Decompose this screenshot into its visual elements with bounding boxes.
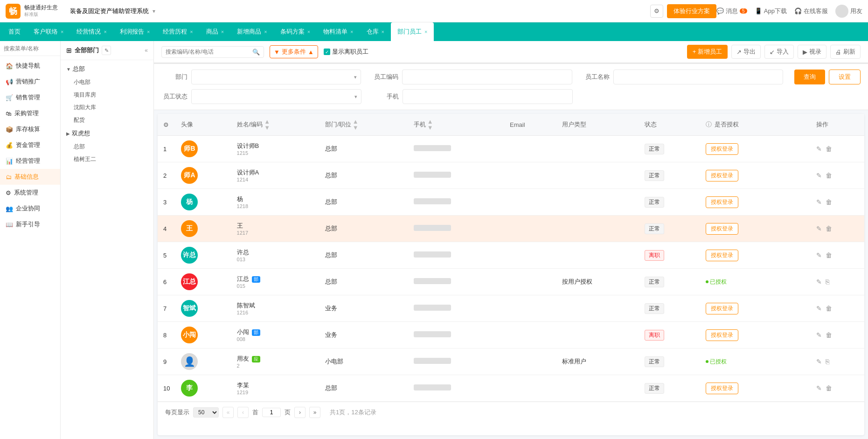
auth-login-button[interactable]: 授权登录	[706, 329, 738, 341]
dept-child-project[interactable]: 项目库房	[61, 89, 153, 101]
auth-login-button[interactable]: 授权登录	[706, 143, 738, 155]
delete-icon[interactable]: 🗑	[826, 331, 832, 339]
edit-icon[interactable]: ✎	[816, 172, 822, 179]
nav-item-history[interactable]: 经营历程 ×	[156, 22, 199, 41]
nav-item-home[interactable]: 首页	[2, 22, 27, 41]
dept-filter-select[interactable]: ▾	[191, 70, 361, 84]
auth-login-button[interactable]: 授权登录	[706, 250, 738, 261]
auth-login-button[interactable]: 授权登录	[706, 303, 738, 314]
dept-child-zhishu[interactable]: 植树王二	[61, 153, 153, 166]
dept-child-peihuo[interactable]: 配货	[61, 114, 153, 126]
nav-item-bom[interactable]: 物料清单 ×	[317, 22, 360, 41]
dept-child-zongbu[interactable]: 总部	[61, 140, 153, 153]
th-phone[interactable]: 手机 ▲▼	[408, 114, 504, 136]
export-button[interactable]: ↗ 导出	[731, 45, 761, 59]
close-icon[interactable]: ×	[147, 29, 150, 35]
delete-icon[interactable]: 🗑	[826, 225, 832, 232]
page-input[interactable]	[262, 408, 281, 417]
th-settings[interactable]: ⚙	[158, 114, 175, 136]
nav-item-goods[interactable]: 商品 ×	[200, 22, 230, 41]
auth-login-button[interactable]: 授权登录	[706, 196, 738, 208]
close-icon[interactable]: ×	[104, 29, 106, 35]
edit-icon[interactable]: ✎	[816, 331, 822, 339]
close-icon[interactable]: ×	[190, 29, 193, 35]
sidebar-item-guide[interactable]: 📖新手引导	[0, 216, 60, 232]
copy-icon[interactable]: ⎘	[826, 358, 829, 365]
settings-button[interactable]: ⚙	[650, 5, 663, 18]
print-button[interactable]: 🖨 刷新	[830, 45, 861, 59]
close-icon[interactable]: ×	[221, 29, 224, 35]
close-icon[interactable]: ×	[307, 29, 310, 35]
delete-icon[interactable]: 🗑	[826, 384, 832, 392]
edit-icon[interactable]: ✎	[816, 225, 822, 232]
more-filter-button[interactable]: ▼ 更多条件 ▲	[270, 45, 318, 58]
message-button[interactable]: 💬 消息 5	[716, 7, 747, 15]
auth-login-button[interactable]: 授权登录	[706, 170, 738, 181]
dept-collapse-button[interactable]: «	[145, 47, 148, 54]
auth-login-button[interactable]: 授权登录	[706, 223, 738, 235]
name-sort[interactable]: 姓名/编码 ▲▼	[237, 118, 314, 131]
close-icon[interactable]: ×	[61, 29, 63, 35]
edit-icon[interactable]: ✎	[816, 358, 822, 365]
app-download-button[interactable]: 📱 App下载	[755, 7, 787, 15]
nav-item-barcode[interactable]: 条码方案 ×	[274, 22, 317, 41]
th-dept-position[interactable]: 部门/职位 ▲▼	[319, 114, 408, 136]
delete-icon[interactable]: 🗑	[826, 305, 832, 312]
sidebar-item-marketing[interactable]: 📢营销推广	[0, 74, 60, 90]
copy-icon[interactable]: ⎘	[826, 278, 829, 286]
close-icon[interactable]: ×	[424, 29, 427, 35]
next-page-button[interactable]: ›	[294, 407, 306, 418]
first-page-button[interactable]: «	[222, 407, 234, 418]
service-button[interactable]: 🎧 在线客服	[794, 7, 828, 15]
show-departed-toggle[interactable]: ✓ 显示离职员工	[324, 48, 368, 56]
nav-item-add-goods[interactable]: 新增商品 ×	[230, 22, 273, 41]
trial-button[interactable]: 体验行业方案	[667, 4, 716, 18]
sidebar-item-sales[interactable]: 🛒销售管理	[0, 90, 60, 105]
delete-icon[interactable]: 🗑	[826, 145, 832, 153]
nav-item-warehouse[interactable]: 仓库 ×	[360, 22, 391, 41]
edit-icon[interactable]: ✎	[816, 251, 822, 259]
close-icon[interactable]: ×	[264, 29, 267, 35]
dept-group-title-hq[interactable]: ▼ 总部	[61, 62, 153, 76]
dropdown-arrow-icon[interactable]: ▾	[153, 8, 155, 14]
sidebar-item-business[interactable]: 📊经营管理	[0, 153, 60, 169]
edit-icon[interactable]: ✎	[816, 198, 822, 206]
last-page-button[interactable]: »	[309, 407, 320, 418]
dept-sort[interactable]: 部门/职位 ▲▼	[325, 118, 403, 131]
search-input[interactable]	[166, 49, 250, 55]
dept-all-label[interactable]: 全部部门	[75, 46, 99, 55]
sidebar-item-system[interactable]: ⚙系统管理	[0, 185, 60, 201]
nav-item-profit[interactable]: 利润报告 ×	[113, 22, 156, 41]
emp-name-input[interactable]	[613, 70, 783, 84]
dept-child-shenyang[interactable]: 沈阳大库	[61, 101, 153, 114]
edit-icon[interactable]: ✎	[816, 145, 822, 153]
sidebar-item-collab[interactable]: 👥企业协同	[0, 201, 60, 216]
dept-child-xiaodian[interactable]: 小电部	[61, 76, 153, 89]
close-icon[interactable]: ×	[350, 29, 353, 35]
delete-icon[interactable]: 🗑	[826, 251, 832, 259]
set-button[interactable]: 设置	[829, 70, 861, 84]
nav-item-customer[interactable]: 客户联络 ×	[27, 22, 70, 41]
sidebar-search-input[interactable]	[4, 45, 61, 52]
sidebar-item-quick-nav[interactable]: 🏠快捷导航	[0, 58, 60, 74]
view-button[interactable]: ▶ 视录	[798, 45, 826, 59]
delete-icon[interactable]: 🗑	[826, 172, 832, 179]
prev-page-button[interactable]: ‹	[237, 407, 249, 418]
edit-icon[interactable]: ✎	[816, 384, 822, 392]
sidebar-item-basic-info[interactable]: 🗂基础信息	[0, 169, 60, 185]
sidebar-item-inventory[interactable]: 📦库存核算	[0, 121, 60, 137]
emp-status-select[interactable]: ▾	[191, 89, 361, 104]
sidebar-item-purchase[interactable]: 🛍采购管理	[0, 105, 60, 121]
import-button[interactable]: ↙ 导入	[764, 45, 794, 59]
query-button[interactable]: 查询	[794, 70, 825, 84]
emp-code-input[interactable]	[402, 70, 572, 84]
user-menu[interactable]: 用友	[835, 5, 862, 18]
add-employee-button[interactable]: + 新增员工	[687, 45, 728, 59]
edit-icon[interactable]: ✎	[816, 305, 822, 312]
edit-icon[interactable]: ✎	[816, 278, 822, 286]
auth-login-button[interactable]: 授权登录	[706, 383, 738, 394]
close-icon[interactable]: ×	[382, 29, 384, 35]
delete-icon[interactable]: 🗑	[826, 198, 832, 206]
dept-edit-button[interactable]: ✎	[102, 46, 111, 55]
nav-item-operation[interactable]: 经营情况 ×	[70, 22, 113, 41]
